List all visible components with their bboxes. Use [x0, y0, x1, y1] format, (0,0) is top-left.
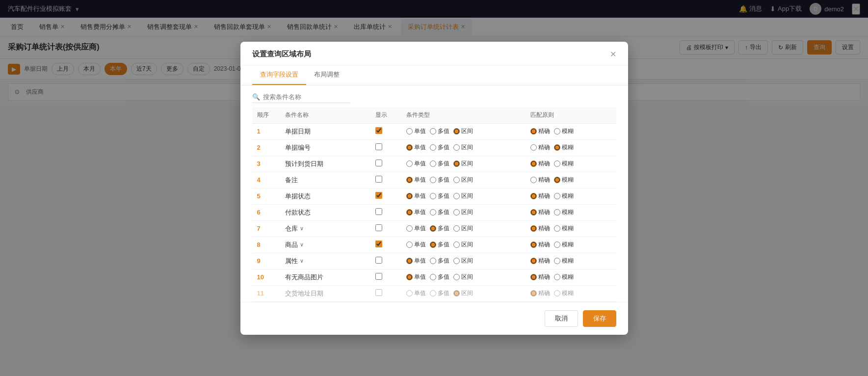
dialog-header: 设置查询区域布局 ✕	[240, 42, 628, 65]
dialog-title: 设置查询区域布局	[252, 50, 311, 59]
search-icon: 🔍	[252, 93, 260, 101]
search-input-wrap[interactable]: 🔍	[252, 91, 350, 103]
dialog-close-button[interactable]: ✕	[610, 50, 616, 59]
tab-query-field[interactable]: 查询字段设置	[252, 65, 306, 85]
settings-dialog: 设置查询区域布局 ✕ 查询字段设置 布局调整 🔍 顺序	[240, 42, 628, 105]
search-input[interactable]	[263, 93, 350, 101]
dialog-search-area: 🔍	[240, 85, 628, 105]
tab-layout-adjust[interactable]: 布局调整	[306, 65, 347, 85]
dialog-tabs: 查询字段设置 布局调整	[240, 65, 628, 85]
dialog-overlay[interactable]: 设置查询区域布局 ✕ 查询字段设置 布局调整 🔍 顺序	[0, 0, 868, 105]
